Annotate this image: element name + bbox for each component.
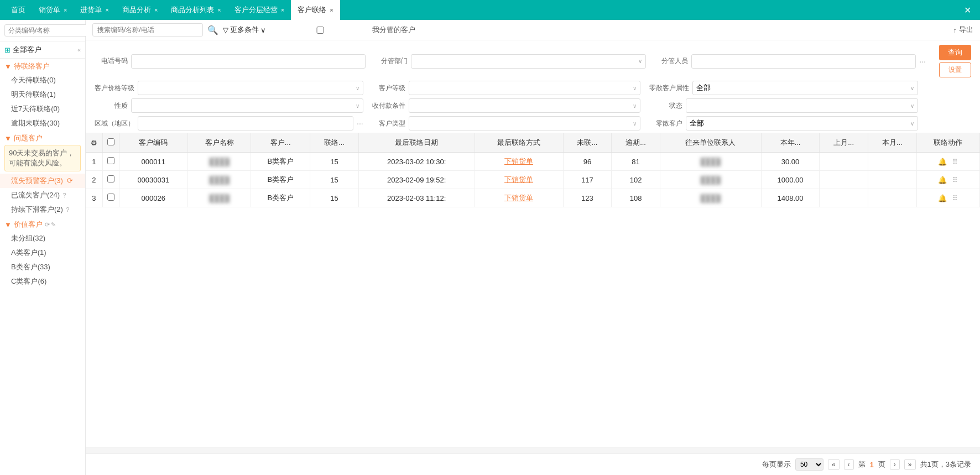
contact-icon[interactable]: 🔔 [938, 194, 947, 202]
my-customers-filter[interactable]: 我分管的客户 [270, 25, 415, 35]
payment-select[interactable]: ∨ [409, 98, 641, 113]
col-not-contacted[interactable]: 未联... [563, 133, 612, 153]
more-action-icon[interactable]: ⠿ [952, 176, 958, 184]
declining-info-icon[interactable]: ? [66, 206, 69, 213]
col-contact[interactable]: 联络... [310, 133, 359, 153]
col-overdue[interactable]: 逾期... [612, 133, 660, 153]
row-select-checkbox[interactable] [107, 194, 114, 201]
sidebar-item-overdue[interactable]: 逾期未联络(30) [0, 116, 85, 131]
col-last-contact-method[interactable]: 最后联络方式 [475, 133, 563, 153]
col-code[interactable]: 客户编码 [119, 133, 188, 153]
table-scrollbar[interactable] [86, 447, 980, 453]
col-checkbox[interactable] [102, 133, 119, 153]
col-contact-person[interactable]: 往来单位联系人 [660, 133, 761, 153]
last-page-btn[interactable]: » [904, 459, 916, 470]
next-page-btn[interactable]: › [890, 459, 900, 470]
sidebar-item-7days[interactable]: 近7天待联络(0) [0, 102, 85, 116]
row-last-contact-date: 2023-02-09 19:52: [358, 171, 475, 189]
nature-select[interactable]: ∨ [131, 98, 363, 113]
close-product-analysis-list-tab[interactable]: × [217, 7, 221, 13]
nav-tab-sales[interactable]: 销货单 × [32, 0, 74, 20]
query-btn[interactable]: 查询 [939, 45, 971, 60]
col-name[interactable]: 客户名称 [188, 133, 251, 153]
more-action-icon[interactable]: ⠿ [952, 158, 958, 166]
select-all-checkbox[interactable] [107, 138, 114, 145]
sidebar-item-tomorrow[interactable]: 明天待联络(1) [0, 87, 85, 102]
row-action[interactable]: 🔔 ⠿ [916, 153, 979, 171]
dept-select[interactable]: ∨ [411, 54, 645, 69]
col-type[interactable]: 客户... [251, 133, 310, 153]
sidebar-item-today[interactable]: 今天待联络(0) [0, 73, 85, 87]
sidebar-section-churn[interactable]: ▼ 问题客户 [0, 131, 85, 145]
row-last-contact-method[interactable]: 下销货单 [475, 171, 563, 189]
row-last-contact-method[interactable]: 下销货单 [475, 153, 563, 171]
nav-tab-purchase[interactable]: 进货单 × [74, 0, 115, 20]
sidebar-section-pending[interactable]: ▼ 待联络客户 [0, 59, 85, 73]
sidebar-section-valued[interactable]: ▼ 价值客户 ⟳ ✎ [0, 217, 85, 231]
per-page-select[interactable]: 50 100 200 [795, 458, 823, 471]
retail-attr-select[interactable]: 全部 ∨ [692, 81, 918, 95]
status-select[interactable]: ∨ [686, 98, 918, 113]
nav-tab-product-analysis[interactable]: 商品分析 × [116, 0, 164, 20]
col-this-month[interactable]: 本月... [868, 133, 916, 153]
settings-btn[interactable]: 设置 [939, 62, 971, 77]
sidebar-item-class-c[interactable]: C类客户(6) [0, 274, 85, 289]
price-level-select[interactable]: ∨ [138, 81, 363, 95]
close-customer-contact-tab[interactable]: × [330, 7, 333, 13]
row-this-year: 1000.00 [761, 171, 820, 189]
customer-level-select[interactable]: ∨ [409, 81, 641, 95]
more-conditions-btn[interactable]: ▽ 更多条件 ∨ [223, 25, 266, 35]
sidebar-item-churn-warning[interactable]: 流失预警客户(3) ⟳ [0, 174, 85, 188]
nav-tab-product-analysis-list[interactable]: 商品分析列表 × [164, 0, 227, 20]
valued-refresh-icon[interactable]: ⟳ [45, 221, 50, 228]
sidebar-collapse-btn[interactable]: « [77, 46, 81, 53]
person-input[interactable] [691, 54, 916, 69]
col-this-year[interactable]: 本年... [761, 133, 820, 153]
row-checkbox[interactable] [102, 189, 119, 207]
contact-icon[interactable]: 🔔 [938, 158, 947, 166]
close-window-btn[interactable]: ✕ [960, 5, 976, 15]
row-action[interactable]: 🔔 ⠿ [916, 171, 979, 189]
sidebar-item-declining[interactable]: 持续下滑客户(2) ? [0, 202, 85, 217]
export-btn[interactable]: ↑ 导出 [953, 25, 974, 35]
sidebar-item-class-b[interactable]: B类客户(33) [0, 260, 85, 274]
close-sales-tab[interactable]: × [64, 7, 67, 13]
filter-search-btn[interactable]: 🔍 [207, 25, 218, 35]
close-customer-segment-tab[interactable]: × [281, 7, 284, 13]
row-checkbox[interactable] [102, 153, 119, 171]
row-checkbox[interactable] [102, 171, 119, 189]
first-page-btn[interactable]: « [828, 459, 840, 470]
row-action[interactable]: 🔔 ⠿ [916, 189, 979, 207]
retail-select[interactable]: 全部 ∨ [686, 116, 918, 131]
sidebar-item-class-a[interactable]: A类客户(1) [0, 246, 85, 260]
sidebar-item-ungroup[interactable]: 未分组(32) [0, 231, 85, 246]
nav-tab-home[interactable]: 首页 [4, 0, 32, 20]
close-product-analysis-tab[interactable]: × [154, 7, 158, 13]
all-customers-header[interactable]: ⊞ 全部客户 « [0, 41, 85, 59]
nav-tab-customer-segment[interactable]: 客户分层经营 × [228, 0, 291, 20]
contact-icon[interactable]: 🔔 [938, 176, 947, 184]
person-dots-icon[interactable]: ··· [919, 57, 926, 66]
region-input[interactable] [138, 116, 353, 131]
churn-warning-refresh-icon[interactable]: ⟳ [67, 176, 73, 185]
col-settings[interactable]: ⚙ [86, 133, 102, 153]
close-purchase-tab[interactable]: × [105, 7, 108, 13]
my-customers-checkbox[interactable] [270, 27, 370, 34]
search-input[interactable] [92, 23, 203, 36]
row-select-checkbox[interactable] [107, 157, 114, 164]
col-last-contact-date[interactable]: 最后联络日期 [358, 133, 475, 153]
customer-type-select[interactable]: ∨ [409, 116, 641, 131]
row-select-checkbox[interactable] [107, 175, 114, 182]
more-action-icon[interactable]: ⠿ [952, 194, 958, 202]
phone-input[interactable] [131, 54, 366, 69]
row-last-contact-method[interactable]: 下销货单 [475, 189, 563, 207]
prev-page-btn[interactable]: ‹ [844, 459, 854, 470]
nav-tab-customer-contact[interactable]: 客户联络 × [291, 0, 340, 20]
sidebar-item-churned[interactable]: 已流失客户(24) ? [0, 188, 85, 202]
valued-edit-icon[interactable]: ✎ [51, 221, 56, 228]
col-last-month[interactable]: 上月... [820, 133, 868, 153]
region-dots-icon[interactable]: ··· [357, 119, 363, 128]
churned-info-icon[interactable]: ? [62, 192, 66, 199]
sidebar-search-input[interactable] [4, 24, 95, 36]
row-contact-person: ████ [660, 153, 761, 171]
